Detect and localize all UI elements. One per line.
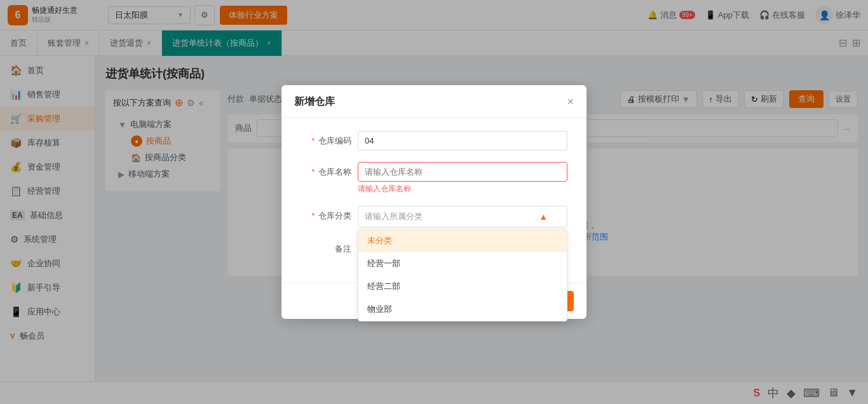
- category-placeholder: 请输入所属分类: [365, 211, 423, 222]
- note-label: 备注: [301, 239, 351, 255]
- form-row-category: * 仓库分类 请输入所属分类 ▲ 未分类 经营一部 经营二部 物业部: [301, 206, 567, 227]
- name-error-msg: 请输入仓库名称: [358, 184, 567, 194]
- dialog-body: * 仓库编码 * 仓库名称 请输入仓库名称: [281, 118, 587, 283]
- category-dropdown: 未分类 经营一部 经营二部 物业部: [358, 229, 567, 321]
- dialog-header: 新增仓库 ×: [281, 85, 587, 118]
- code-input[interactable]: [358, 131, 567, 151]
- dropdown-item-property[interactable]: 物业部: [358, 298, 567, 321]
- category-select[interactable]: 请输入所属分类 ▲: [358, 206, 567, 227]
- dropdown-item-ops1[interactable]: 经营一部: [358, 252, 567, 275]
- overlay: 新增仓库 × * 仓库编码 * 仓库名称: [0, 0, 868, 404]
- dropdown-item-ops2[interactable]: 经营二部: [358, 275, 567, 298]
- category-select-wrap: 请输入所属分类 ▲ 未分类 经营一部 经营二部 物业部: [358, 206, 567, 227]
- code-input-wrap: [358, 131, 567, 151]
- name-input[interactable]: [358, 162, 567, 182]
- form-row-code: * 仓库编码: [301, 131, 567, 151]
- chevron-up-icon: ▲: [539, 212, 548, 222]
- category-label: * 仓库分类: [301, 206, 351, 222]
- name-input-wrap: 请输入仓库名称: [358, 162, 567, 194]
- name-label: * 仓库名称: [301, 162, 351, 178]
- dialog-title: 新增仓库: [294, 95, 335, 109]
- dialog-new-warehouse: 新增仓库 × * 仓库编码 * 仓库名称: [281, 85, 587, 319]
- code-label: * 仓库编码: [301, 131, 351, 147]
- form-row-name: * 仓库名称 请输入仓库名称: [301, 162, 567, 194]
- dropdown-item-uncategorized[interactable]: 未分类: [358, 229, 567, 252]
- dialog-close-button[interactable]: ×: [567, 95, 574, 109]
